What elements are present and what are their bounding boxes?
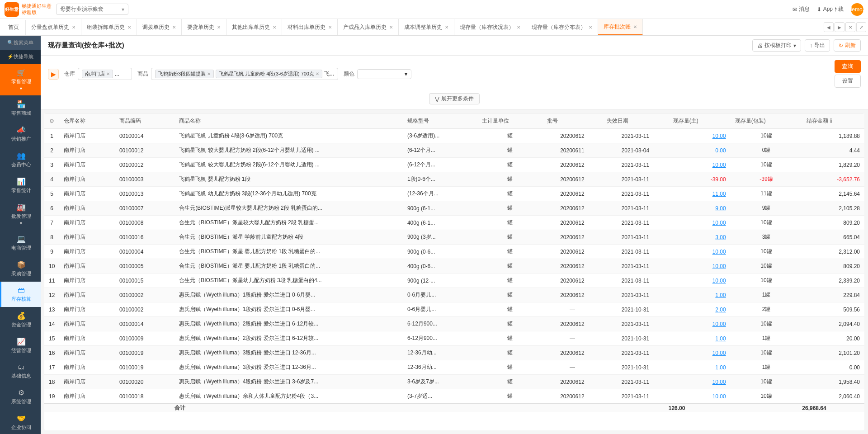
sidebar-item-retail-mall[interactable]: 🏪 零售商城 [0, 95, 41, 121]
product-tag-1-close[interactable]: ✕ [207, 71, 211, 76]
warehouse-input[interactable]: 南岸门店 ✕ ... [78, 68, 132, 80]
column-settings-icon[interactable]: ⚙ [49, 118, 54, 124]
nav-label: 快捷导航 [14, 53, 33, 60]
tab-close-icon[interactable]: ✕ [389, 25, 393, 30]
table-row: 1 南岸门店 00100014 飞鹤星飞帆 儿童奶粉 4段(3-6岁适用) 70… [44, 129, 864, 143]
cell-unit: 罐 [477, 187, 542, 201]
template-print-label: 按模板打印 [764, 42, 792, 49]
footer-empty-2 [59, 404, 115, 412]
tab-close-all[interactable]: ✕ [845, 22, 855, 32]
sidebar-item-system[interactable]: ⚙ 系统管理 [0, 384, 41, 410]
cell-qty-pkg: 11罐 [731, 187, 802, 201]
product-more-label: 飞... [324, 70, 334, 78]
tab-close-icon[interactable]: ✕ [217, 25, 221, 30]
page-header: 现存量查询(按仓库+批次) 🖨 按模板打印 ▾ ↑ 导出 ↻ 刷新 [41, 36, 868, 56]
color-input[interactable]: ▾ [357, 69, 411, 79]
cell-product-code: 00100002 [115, 288, 175, 302]
workspace-selector[interactable]: 母婴行业演示账套 ▾ [56, 4, 128, 15]
collab-icon: 🤝 [17, 414, 26, 423]
tab-close-icon[interactable]: ✕ [328, 25, 332, 30]
cell-spec: 3-6岁及7岁... [403, 375, 477, 389]
table-row: 7 南岸门店 00100008 合生元（BIOSTIME）派星较大婴儿配方奶粉 … [44, 216, 864, 230]
export-button[interactable]: ↑ 导出 [805, 39, 830, 52]
cell-spec: 0-6月婴儿... [403, 288, 477, 302]
tab-kucun-batch[interactable]: 库存批次账✕ [598, 19, 643, 35]
cell-qty-pkg: 2罐 [731, 302, 802, 317]
cell-expire: 2021-03-11 [602, 375, 669, 389]
sidebar-label-retail-mall: 零售商城 [11, 110, 31, 117]
cell-product-name: 惠氏启赋（Wyeth illuma）1段奶粉 爱尔兰进口 0-6月婴... [175, 288, 403, 302]
app-download-nav[interactable]: ⬇ App下载 [817, 5, 844, 13]
avatar[interactable]: demo2 [851, 3, 863, 16]
sidebar-item-member[interactable]: 👥 会员中心 [0, 147, 41, 173]
sidebar-item-finance[interactable]: 💰 资金管理 [0, 307, 41, 333]
tab-cailiao[interactable]: 材料出库单历史✕ [282, 19, 338, 35]
tab-maximize[interactable]: ⤢ [856, 22, 866, 32]
cell-expire: 2021-10-31 [602, 360, 669, 375]
table-row: 13 南岸门店 00100002 惠氏启赋（Wyeth illuma）1段奶粉 … [44, 302, 864, 317]
cell-qty-main: 10.00 [669, 274, 731, 288]
tab-chancheng[interactable]: 产成品入库单历史✕ [338, 19, 399, 35]
cell-expire: 2021-03-11 [602, 288, 669, 302]
product-tag-2: 飞鹤星飞帆 儿童奶粉 4段(3-6岁适用) 700克 ✕ [216, 70, 322, 78]
sidebar-item-purchase[interactable]: 📦 采购管理 [0, 256, 41, 282]
tab-close-icon[interactable]: ✕ [589, 25, 592, 30]
tab-diaob[interactable]: 调拨单历史✕ [137, 19, 182, 35]
tab-home[interactable]: 首页 [2, 20, 26, 35]
cell-qty-main: 10.00 [669, 259, 731, 274]
template-print-button[interactable]: 🖨 按模板打印 ▾ [752, 39, 801, 52]
cell-qty-pkg: 1罐 [731, 360, 802, 375]
sidebar-item-retail-stats[interactable]: 📊 零售统计 [0, 173, 41, 198]
filter-expand-button[interactable]: ▶ [48, 69, 59, 80]
tab-close-icon[interactable]: ✕ [445, 25, 448, 30]
tab-yaohuo[interactable]: 要货单历史✕ [182, 19, 226, 35]
sidebar-item-marketing[interactable]: 📣 营销推广 [0, 121, 41, 147]
table-row: 4 南岸门店 00100003 飞鹤星飞帆 婴儿配方奶粉 1段 1段(0-6个.… [44, 172, 864, 187]
warehouse-tag-close[interactable]: ✕ [106, 71, 110, 76]
cell-expire: 2021-03-11 [602, 245, 669, 259]
cell-expire: 2021-10-31 [602, 302, 669, 317]
table-row: 16 南岸门店 00100019 惠氏启赋（Wyeth illuma）3段奶粉 … [44, 346, 864, 360]
sidebar-item-basics[interactable]: 🗂 基础信息 [0, 359, 41, 384]
tab-scroll-right[interactable]: ▶ [835, 22, 844, 32]
cell-unit: 罐 [477, 331, 542, 346]
product-tag-2-close[interactable]: ✕ [316, 71, 319, 76]
data-table: ⚙ 仓库名称 商品编码 商品名称 规格型号 主计量单位 批号 失效日期 现存量(… [44, 113, 864, 412]
tab-chengben[interactable]: 成本调整单历史✕ [399, 19, 454, 35]
cell-batch: 20200612 [542, 158, 602, 172]
cell-unit: 罐 [477, 158, 542, 172]
product-input[interactable]: 飞鹤奶粉3段四罐提装 ✕ 飞鹤星飞帆 儿童奶粉 4段(3-6岁适用) 700克 … [151, 68, 338, 80]
sidebar-item-inventory[interactable]: 🗃 库存核算 [0, 282, 41, 307]
sidebar-item-operation[interactable]: 📈 经营管理 [0, 333, 41, 359]
col-settings-header[interactable]: ⚙ [44, 113, 59, 129]
tab-close-icon[interactable]: ✕ [273, 25, 276, 30]
message-nav[interactable]: ✉ 消息 [793, 5, 810, 13]
settings-button[interactable]: 设置 [835, 75, 861, 88]
tab-close-icon[interactable]: ✕ [633, 24, 637, 29]
tab-xiancunl-status[interactable]: 现存量（库存状况表）✕ [454, 19, 526, 35]
refresh-icon: ↻ [839, 42, 843, 49]
tab-zuzhuang[interactable]: 组装拆卸单历史✕ [81, 19, 137, 35]
cell-batch: 20200612 [542, 129, 602, 143]
tab-close-icon[interactable]: ✕ [72, 25, 75, 30]
query-button[interactable]: 查询 [835, 60, 861, 73]
cell-index: 8 [44, 230, 59, 245]
refresh-button[interactable]: ↻ 刷新 [834, 39, 861, 52]
sidebar-item-ecommerce[interactable]: 💻 电商管理 [0, 230, 41, 256]
tab-close-icon[interactable]: ✕ [127, 25, 131, 30]
tab-scroll-left[interactable]: ◀ [824, 22, 834, 32]
tab-xiancunl-dist[interactable]: 现存量（库存分布表）✕ [526, 19, 598, 35]
tab-close-icon[interactable]: ✕ [172, 25, 176, 30]
expand-down-icon: ⋁ [435, 96, 439, 102]
sidebar-nav[interactable]: ⚡ 快捷导航 [0, 50, 41, 64]
sidebar-item-wholesale[interactable]: 🏭 批发管理 ▼ [0, 198, 41, 230]
sidebar-search[interactable]: 🔍 搜索菜单 [0, 36, 41, 50]
tab-qitachuku[interactable]: 其他出库单历史✕ [226, 19, 282, 35]
sidebar-item-retail-mgmt[interactable]: 🛒 零售管理 ▼ [0, 64, 41, 95]
warehouse-filter-label: 仓库 [64, 70, 75, 78]
expand-more-btn[interactable]: ⋁ 展开更多条件 [429, 93, 480, 104]
product-tag-2-value: 飞鹤星飞帆 儿童奶粉 4段(3-6岁适用) 700克 [219, 71, 314, 77]
tab-fenliang[interactable]: 分量盘点单历史✕ [26, 19, 81, 35]
tab-close-icon[interactable]: ✕ [517, 25, 520, 30]
sidebar-item-collab[interactable]: 🤝 企业协同 [0, 410, 41, 434]
